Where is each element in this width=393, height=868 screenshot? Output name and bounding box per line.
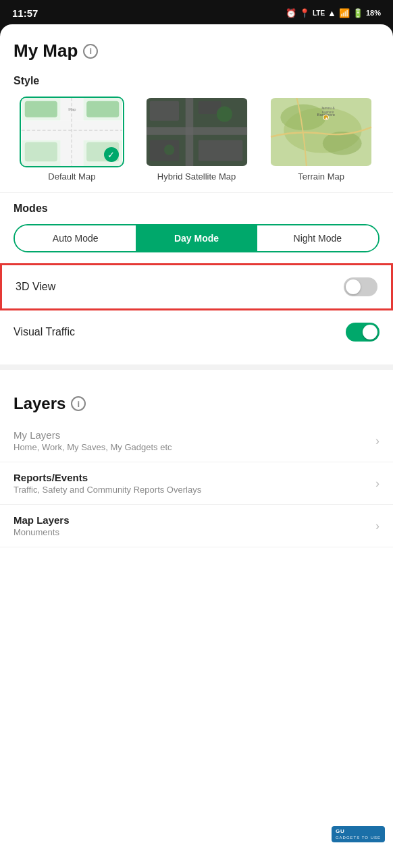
svg-point-25 [323,132,362,155]
page-title: My Map [14,40,78,61]
layer-item-map-layers-title: Map Layers [14,514,369,526]
mode-btn-day[interactable]: Day Mode [136,225,257,251]
visual-traffic-knob [363,325,377,340]
signal-icon: 📶 [339,8,350,18]
style-thumb-default[interactable]: Map ✓ [20,97,124,167]
watermark: GUGADGETS TO USE [332,826,385,842]
battery-icon: 🔋 [352,8,363,18]
modes-section: Modes Auto Mode Day Mode Night Mode [0,193,393,252]
3d-view-toggle-knob [346,279,361,294]
style-name-terrain: Terrain Map [298,171,344,182]
layer-item-map-layers-sub: Monuments [14,527,369,537]
layer-item-map-layers[interactable]: Map Layers Monuments › [0,505,393,547]
svg-rect-9 [86,101,119,117]
status-bar: 11:57 ⏰ 📍 LTE ▲ 📶 🔋 18% [0,0,393,24]
visual-traffic-toggle[interactable] [346,323,379,342]
visual-traffic-label: Visual Traffic [14,326,75,338]
svg-rect-16 [149,101,178,121]
svg-rect-8 [25,142,57,161]
layer-item-map-layers-content: Map Layers Monuments [14,514,369,537]
selected-check: ✓ [104,147,119,162]
svg-text:Kashmir: Kashmir [322,111,334,114]
layers-info-icon[interactable]: i [71,396,86,411]
layer-item-my-layers-sub: Home, Work, My Saves, My Gadgets etc [14,442,369,452]
layers-title: Layers [14,394,66,413]
layer-item-reports[interactable]: Reports/Events Traffic, Safety and Commu… [0,462,393,505]
svg-rect-19 [198,140,242,161]
layer-item-reports-content: Reports/Events Traffic, Safety and Commu… [14,472,369,495]
3d-view-label: 3D View [16,281,55,293]
page-info-icon[interactable]: i [83,44,98,59]
layers-header: Layers i [0,381,393,420]
layer-item-reports-title: Reports/Events [14,472,369,483]
3d-view-row: 3D View [0,263,393,310]
visual-traffic-row: Visual Traffic [0,310,393,354]
location-icon: 📍 [299,8,310,18]
status-time: 11:57 [12,7,38,19]
page-header: My Map i [0,24,393,68]
battery-percent: 18% [366,9,381,17]
style-name-default: Default Map [48,171,95,182]
my-layers-chevron: › [375,434,379,448]
layer-item-reports-sub: Traffic, Safety and Community Reports Ov… [14,485,369,495]
main-content: My Map i Style [0,24,393,868]
style-name-hybrid: Hybrid Satellite Map [157,171,236,182]
layer-item-my-layers-title: My Layers [14,429,369,441]
status-icons: ⏰ 📍 LTE ▲ 📶 🔋 18% [286,8,381,18]
svg-rect-7 [25,101,57,117]
layer-item-my-layers[interactable]: My Layers Home, Work, My Saves, My Gadge… [0,420,393,462]
style-thumb-terrain[interactable]: Bandipore Jammu & Kashmir ★ [269,97,373,167]
svg-point-20 [216,107,232,122]
reports-chevron: › [375,477,379,491]
svg-text:Jammu &: Jammu & [321,107,336,110]
style-item-hybrid[interactable]: Hybrid Satellite Map [138,97,255,182]
style-item-terrain[interactable]: Bandipore Jammu & Kashmir ★ Terrain Map [263,97,379,182]
svg-rect-15 [146,127,246,135]
modes-section-label: Modes [14,193,379,219]
style-item-default[interactable]: Map ✓ Default Map [14,97,130,182]
modes-selector: Auto Mode Day Mode Night Mode [14,224,379,252]
svg-point-24 [281,105,326,130]
lte-icon: LTE [313,9,325,17]
alarm-icon: ⏰ [286,8,296,18]
layer-item-my-layers-content: My Layers Home, Work, My Saves, My Gadge… [14,429,369,452]
mode-btn-auto[interactable]: Auto Mode [15,225,136,251]
mode-btn-night[interactable]: Night Mode [257,225,378,251]
thick-divider [0,364,393,370]
style-grid: Map ✓ Default Map [0,92,393,192]
style-section-label: Style [0,68,393,92]
3d-view-toggle[interactable] [344,277,377,296]
style-thumb-hybrid[interactable] [145,97,249,167]
svg-point-21 [163,144,174,155]
map-layers-chevron: › [375,519,379,533]
svg-text:Map: Map [68,107,76,111]
wifi-icon: ▲ [328,8,336,18]
